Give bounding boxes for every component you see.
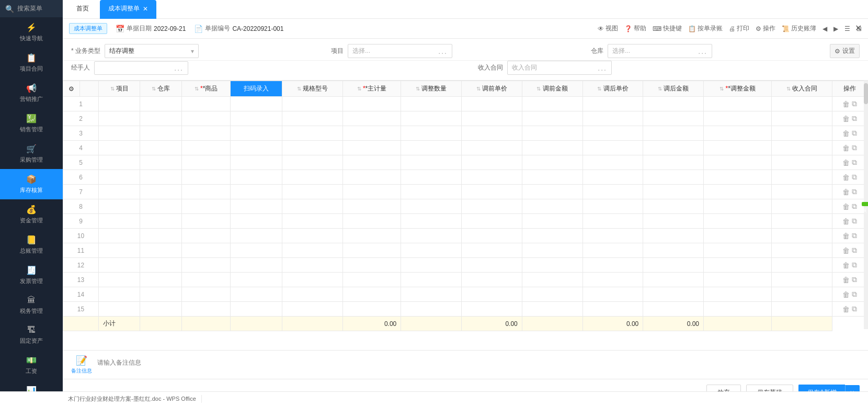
data-cell[interactable] [583, 258, 643, 273]
data-cell[interactable] [99, 302, 140, 317]
data-cell[interactable] [282, 155, 342, 170]
data-cell[interactable] [462, 302, 522, 317]
data-cell[interactable] [231, 126, 282, 141]
data-cell[interactable] [140, 185, 181, 199]
data-cell[interactable] [342, 199, 401, 214]
data-cell[interactable] [282, 141, 342, 155]
note-input[interactable] [97, 355, 860, 370]
data-cell[interactable] [140, 155, 181, 170]
data-cell[interactable] [643, 111, 704, 126]
delete-row-icon[interactable]: 🗑 [842, 173, 850, 182]
data-cell[interactable] [583, 243, 643, 258]
col-post-amount[interactable]: ⇅ 调后金额 [643, 81, 704, 97]
data-cell[interactable] [522, 243, 583, 258]
data-cell[interactable] [462, 199, 522, 214]
delete-row-icon[interactable]: 🗑 [842, 305, 850, 313]
sidebar-item-purchase-management[interactable]: 🛒 采购管理 [0, 139, 63, 169]
data-cell[interactable] [401, 214, 462, 229]
data-cell[interactable] [704, 302, 772, 317]
data-cell[interactable] [643, 126, 704, 141]
data-cell[interactable] [522, 141, 583, 155]
data-cell[interactable] [231, 229, 282, 243]
data-cell[interactable] [181, 170, 231, 185]
data-cell[interactable] [462, 243, 522, 258]
data-cell[interactable] [462, 170, 522, 185]
col-pre-unit-price[interactable]: ⇅ 调前单价 [462, 81, 522, 97]
data-cell[interactable] [181, 229, 231, 243]
data-cell[interactable] [99, 229, 140, 243]
copy-row-icon[interactable]: ⧉ [852, 173, 857, 182]
data-cell[interactable] [583, 185, 643, 199]
data-cell[interactable] [342, 258, 401, 273]
business-type-input[interactable]: 结存调整 ▾ [105, 44, 199, 58]
income-contract-dots[interactable]: ... [598, 64, 607, 72]
data-cell[interactable] [140, 229, 181, 243]
delete-row-icon[interactable]: 🗑 [842, 100, 850, 108]
data-cell[interactable] [99, 185, 140, 199]
copy-row-icon[interactable]: ⧉ [852, 129, 857, 138]
data-cell[interactable] [643, 141, 704, 155]
data-cell[interactable] [181, 302, 231, 317]
data-cell[interactable] [342, 141, 401, 155]
data-cell[interactable] [342, 229, 401, 243]
data-cell[interactable] [99, 170, 140, 185]
data-cell[interactable] [282, 258, 342, 273]
warehouse-input[interactable]: 选择... ... [608, 44, 712, 58]
action-shortcut[interactable]: ⌨ 快捷键 [653, 24, 682, 33]
delete-row-icon[interactable]: 🗑 [842, 129, 850, 138]
data-cell[interactable] [771, 302, 832, 317]
data-cell[interactable] [401, 185, 462, 199]
data-cell[interactable] [643, 170, 704, 185]
col-main-qty[interactable]: ⇅ **主计量 [342, 81, 401, 97]
delete-row-icon[interactable]: 🗑 [842, 261, 850, 269]
data-cell[interactable] [583, 214, 643, 229]
data-cell[interactable] [643, 287, 704, 302]
data-cell[interactable] [704, 229, 772, 243]
data-cell[interactable] [140, 258, 181, 273]
data-cell[interactable] [99, 273, 140, 287]
data-cell[interactable] [401, 111, 462, 126]
data-cell[interactable] [643, 155, 704, 170]
data-cell[interactable] [99, 111, 140, 126]
col-post-unit-price[interactable]: ⇅ 调后单价 [583, 81, 643, 97]
data-cell[interactable] [282, 273, 342, 287]
data-cell[interactable] [462, 141, 522, 155]
data-cell[interactable] [342, 97, 401, 111]
data-cell[interactable] [231, 185, 282, 199]
data-cell[interactable] [99, 199, 140, 214]
data-cell[interactable] [231, 155, 282, 170]
data-cell[interactable] [342, 287, 401, 302]
data-cell[interactable] [140, 170, 181, 185]
delete-row-icon[interactable]: 🗑 [842, 159, 850, 167]
data-cell[interactable] [140, 287, 181, 302]
data-cell[interactable] [342, 302, 401, 317]
data-cell[interactable] [282, 229, 342, 243]
data-cell[interactable] [140, 199, 181, 214]
data-cell[interactable] [462, 258, 522, 273]
data-cell[interactable] [462, 185, 522, 199]
sidebar-search[interactable]: 🔍 搜索菜单 [0, 0, 63, 17]
sidebar-item-project-contract[interactable]: 📋 项目合同 [0, 48, 63, 78]
data-cell[interactable] [140, 111, 181, 126]
data-cell[interactable] [342, 214, 401, 229]
copy-row-icon[interactable]: ⧉ [852, 158, 857, 167]
data-cell[interactable] [282, 214, 342, 229]
data-cell[interactable] [704, 185, 772, 199]
data-cell[interactable] [401, 258, 462, 273]
data-cell[interactable] [282, 126, 342, 141]
warehouse-dots[interactable]: ... [698, 47, 707, 55]
sidebar-item-quick-nav[interactable]: ⚡ 快速导航 [0, 17, 63, 48]
data-cell[interactable] [771, 185, 832, 199]
data-cell[interactable] [583, 302, 643, 317]
data-cell[interactable] [704, 126, 772, 141]
data-cell[interactable] [583, 97, 643, 111]
data-cell[interactable] [771, 214, 832, 229]
data-cell[interactable] [704, 155, 772, 170]
action-history[interactable]: 📜 历史账簿 [782, 24, 816, 33]
data-cell[interactable] [181, 287, 231, 302]
data-cell[interactable] [99, 214, 140, 229]
data-cell[interactable] [704, 243, 772, 258]
action-help[interactable]: ❓ 帮助 [624, 24, 646, 33]
data-cell[interactable] [401, 273, 462, 287]
data-cell[interactable] [583, 141, 643, 155]
